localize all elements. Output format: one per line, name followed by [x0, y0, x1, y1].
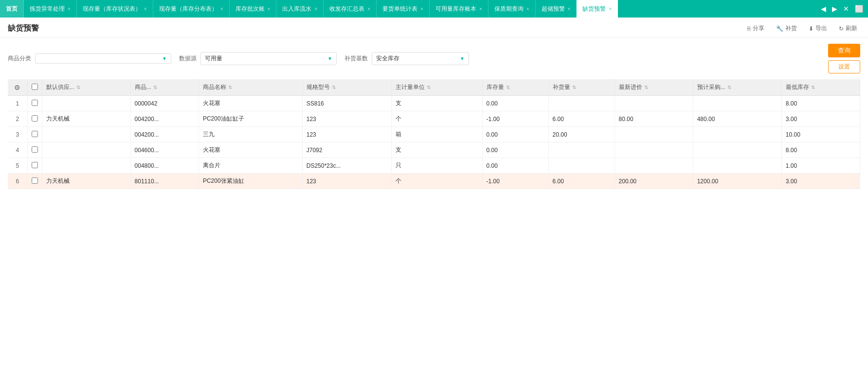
table-row: 2力天机械004200...PC200油缸缸子123个-1.006.0080.0… [8, 111, 860, 127]
refresh-button[interactable]: ↻ 刷新 [836, 23, 860, 34]
row-min-stock: 8.00 [781, 96, 860, 111]
row-no: 3 [8, 127, 27, 142]
row-select-checkbox[interactable] [32, 146, 38, 153]
row-min-stock: 8.00 [781, 142, 860, 158]
table-wrapper: ⚙ 默认供应...⇅ 商品...⇅ 商品名称⇅ 规格型号⇅ 主计量单位⇅ 库存量… [0, 79, 868, 197]
category-select[interactable]: ▼ [35, 53, 171, 64]
tab-close-qh[interactable]: × [609, 6, 612, 12]
share-button[interactable]: ⎘ 分享 [744, 23, 767, 34]
tab-close-cr[interactable]: × [314, 6, 317, 12]
table-row: 4004600...火花塞J7092支0.008.00 [8, 142, 860, 158]
table-row: 10000042火花塞SS816支0.008.00 [8, 96, 860, 111]
row-checkbox[interactable] [27, 111, 42, 127]
nav-tab-yh[interactable]: 要货单统计表× [377, 0, 430, 18]
nav-tab-xc1[interactable]: 现存量（库存状况表）× [77, 0, 153, 18]
row-est-purchase [693, 96, 781, 111]
nav-tab-cr[interactable]: 出入库流水× [276, 0, 324, 18]
query-button[interactable]: 查询 [828, 44, 860, 57]
row-est-purchase [693, 127, 781, 142]
tab-close-cc[interactable]: × [568, 6, 571, 12]
replenish-base-arrow-icon: ▼ [460, 56, 465, 61]
nav-tab-kc[interactable]: 库存批次账× [230, 0, 277, 18]
row-select-checkbox[interactable] [32, 162, 38, 168]
nav-maximize-button[interactable]: ⬜ [852, 4, 866, 14]
row-supplier [42, 127, 130, 142]
row-no: 2 [8, 111, 27, 127]
nav-tab-sf[interactable]: 收发存汇总表× [324, 0, 377, 18]
row-select-checkbox[interactable] [32, 131, 38, 137]
th-unit: 主计量单位⇅ [392, 79, 482, 96]
tab-close-xc1[interactable]: × [144, 6, 147, 12]
table-row: 6力天机械801110...PC200张紧油缸123个-1.006.00200.… [8, 174, 860, 189]
row-spec: 123 [302, 127, 392, 142]
row-no: 4 [8, 142, 27, 158]
tab-close-ky[interactable]: × [479, 6, 482, 12]
row-min-stock: 1.00 [781, 158, 860, 174]
row-stock: 0.00 [482, 158, 548, 174]
row-checkbox[interactable] [27, 127, 42, 142]
row-select-checkbox[interactable] [32, 177, 38, 184]
row-supplier: 力天机械 [42, 174, 130, 189]
row-name: PC200张紧油缸 [199, 174, 302, 189]
row-unit: 支 [392, 142, 482, 158]
nav-tab-xc2[interactable]: 现存量（库存分布表）× [153, 0, 230, 18]
row-checkbox[interactable] [27, 174, 42, 189]
th-checkbox [27, 79, 42, 96]
replenish-icon: 🔧 [776, 25, 783, 32]
row-no: 6 [8, 174, 27, 189]
row-checkbox[interactable] [27, 96, 42, 111]
export-button[interactable]: ⬇ 导出 [806, 23, 830, 34]
nav-tab-home[interactable]: 首页 [0, 0, 24, 18]
th-settings: ⚙ [8, 79, 27, 96]
tab-close-bz[interactable]: × [526, 6, 529, 12]
datasource-select[interactable]: 可用量 ▼ [200, 52, 337, 65]
tab-close-kc[interactable]: × [268, 6, 271, 12]
column-settings-button[interactable]: ⚙ [14, 84, 20, 91]
nav-tab-qh[interactable]: 缺货预警× [577, 0, 618, 18]
row-supplier [42, 158, 130, 174]
nav-close-button[interactable]: ✕ [840, 4, 852, 14]
row-checkbox[interactable] [27, 142, 42, 158]
row-replenish: 6.00 [548, 174, 615, 189]
replenish-button[interactable]: 🔧 补货 [773, 23, 800, 34]
nav-tab-ky[interactable]: 可用量库存账本× [430, 0, 488, 18]
nav-tab-cc[interactable]: 超储预警× [536, 0, 577, 18]
replenish-base-select[interactable]: 安全库存 ▼ [372, 52, 469, 65]
row-latest-price: 200.00 [615, 174, 693, 189]
settings-button[interactable]: 设置 [828, 60, 860, 73]
nav-prev-button[interactable]: ◀ [818, 4, 829, 14]
row-select-checkbox[interactable] [32, 100, 38, 106]
tab-close-sf[interactable]: × [367, 6, 370, 12]
th-spec: 规格型号⇅ [302, 79, 392, 96]
row-name: PC200油缸缸子 [199, 111, 302, 127]
row-unit: 个 [392, 111, 482, 127]
row-no: 1 [8, 96, 27, 111]
row-supplier [42, 142, 130, 158]
tab-close-yh[interactable]: × [420, 6, 423, 12]
replenish-base-label: 补货基数 [344, 54, 368, 63]
category-label: 商品分类 [8, 54, 31, 63]
row-select-checkbox[interactable] [32, 115, 38, 122]
th-name: 商品名称⇅ [199, 79, 302, 96]
row-stock: -1.00 [482, 111, 548, 127]
row-spec: SS816 [302, 96, 392, 111]
row-no: 5 [8, 158, 27, 174]
nav-tab-jh[interactable]: 拣货异常处理× [24, 0, 77, 18]
filter-area: 商品分类 ▼ 数据源 可用量 ▼ 补货基数 安全库存 ▼ 查询 设置 [0, 38, 868, 79]
select-all-checkbox[interactable] [32, 84, 38, 90]
tab-close-jh[interactable]: × [68, 6, 71, 12]
row-code: 0000042 [130, 96, 199, 111]
row-code: 004200... [130, 127, 199, 142]
row-replenish [548, 96, 615, 111]
refresh-icon: ↻ [839, 25, 844, 32]
row-unit: 个 [392, 174, 482, 189]
row-spec: 123 [302, 174, 392, 189]
tab-close-xc2[interactable]: × [220, 6, 223, 12]
nav-tab-bz[interactable]: 保质期查询× [488, 0, 536, 18]
nav-next-button[interactable]: ▶ [829, 4, 840, 14]
row-min-stock: 3.00 [781, 111, 860, 127]
row-spec: J7092 [302, 142, 392, 158]
row-name: 火花塞 [199, 96, 302, 111]
row-supplier: 力天机械 [42, 111, 130, 127]
row-checkbox[interactable] [27, 158, 42, 174]
